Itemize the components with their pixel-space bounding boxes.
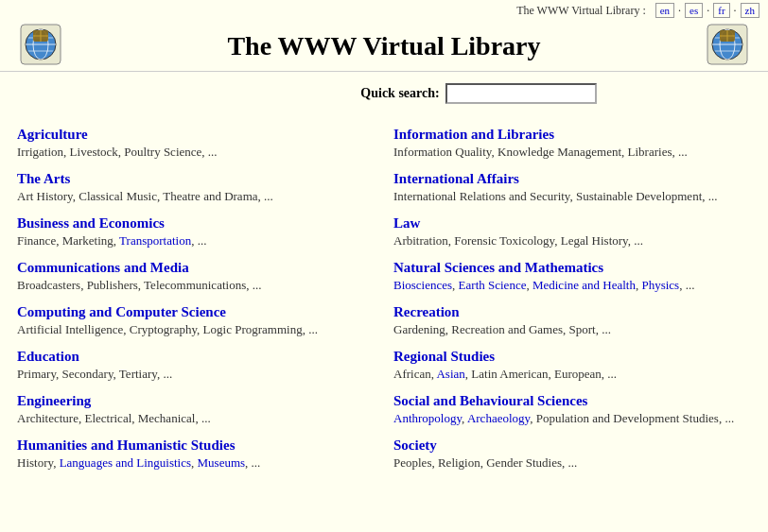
category-business-link[interactable]: Business and Economics: [17, 215, 165, 231]
category-communications-desc: Broadcasters, Publishers, Telecommunicat…: [17, 278, 375, 293]
category-law: Law Arbitration, Forensic Toxicology, Le…: [384, 208, 760, 252]
category-natural-sciences-desc: Biosciences, Earth Science, Medicine and…: [393, 278, 751, 293]
category-computing: Computing and Computer Science Artificia…: [8, 297, 384, 341]
category-regional-desc: African, Asian, Latin American, European…: [393, 367, 751, 382]
category-natural-sciences-link[interactable]: Natural Sciences and Mathematics: [393, 260, 603, 275]
category-society: Society Peoples, Religion, Gender Studie…: [384, 430, 760, 474]
logo-left: [19, 23, 62, 70]
category-computing-desc: Artificial Intelligence, Cryptography, L…: [17, 322, 375, 337]
museums-link[interactable]: Museums: [198, 455, 246, 470]
category-law-link[interactable]: Law: [393, 215, 420, 231]
category-society-link[interactable]: Society: [393, 438, 437, 453]
category-arts: The Arts Art History, Classical Music, T…: [8, 163, 384, 208]
search-input[interactable]: [445, 83, 597, 104]
category-humanities: Humanities and Humanistic Studies Histor…: [8, 430, 384, 474]
category-society-desc: Peoples, Religion, Gender Studies, ...: [393, 455, 751, 471]
category-engineering-link[interactable]: Engineering: [17, 393, 91, 408]
category-engineering-desc: Architecture, Electrical, Mechanical, ..…: [17, 411, 375, 426]
search-bar: Quick search:: [189, 72, 768, 112]
category-arts-link[interactable]: The Arts: [17, 171, 70, 186]
lang-zh[interactable]: zh: [741, 3, 759, 18]
category-education-link[interactable]: Education: [17, 349, 79, 364]
category-humanities-link[interactable]: Humanities and Humanistic Studies: [17, 438, 235, 453]
category-business: Business and Economics Finance, Marketin…: [8, 208, 384, 252]
category-libraries-desc: Information Quality, Knowledge Managemen…: [393, 145, 751, 160]
category-law-desc: Arbitration, Forensic Toxicology, Legal …: [393, 233, 751, 249]
asian-link[interactable]: Asian: [436, 367, 464, 381]
transportation-link[interactable]: Transportation: [119, 233, 191, 248]
category-computing-link[interactable]: Computing and Computer Science: [17, 304, 226, 319]
category-social: Social and Behavioural Sciences Anthropo…: [384, 386, 760, 430]
header: The WWW Virtual Library: [0, 22, 768, 72]
lang-en[interactable]: en: [655, 3, 674, 18]
category-regional-link[interactable]: Regional Studies: [393, 349, 495, 364]
category-business-desc: Finance, Marketing, Transportation, ...: [17, 233, 375, 249]
category-social-link[interactable]: Social and Behavioural Sciences: [393, 393, 587, 408]
page-title: The WWW Virtual Library: [227, 31, 540, 61]
category-communications-link[interactable]: Communications and Media: [17, 260, 189, 275]
category-education-desc: Primary, Secondary, Tertiary, ...: [17, 367, 375, 382]
physics-link[interactable]: Physics: [641, 278, 679, 292]
category-libraries-link[interactable]: Information and Libraries: [393, 127, 554, 142]
category-international-desc: International Relations and Security, Su…: [393, 189, 751, 204]
category-agriculture-desc: Irrigation, Livestock, Poultry Science, …: [17, 145, 375, 160]
category-regional: Regional Studies African, Asian, Latin A…: [384, 341, 760, 386]
right-column: Information and Libraries Information Qu…: [384, 119, 760, 474]
category-recreation: Recreation Gardening, Recreation and Gam…: [384, 297, 760, 341]
category-arts-desc: Art History, Classical Music, Theatre an…: [17, 189, 375, 204]
lang-es[interactable]: es: [685, 3, 703, 18]
left-column: Agriculture Irrigation, Livestock, Poult…: [8, 119, 384, 474]
lang-fr[interactable]: fr: [713, 3, 729, 18]
category-libraries: Information and Libraries Information Qu…: [384, 119, 760, 163]
category-humanities-desc: History, Languages and Linguistics, Muse…: [17, 455, 375, 471]
logo-right: [706, 23, 749, 70]
category-recreation-desc: Gardening, Recreation and Games, Sport, …: [393, 322, 751, 337]
category-agriculture-link[interactable]: Agriculture: [17, 127, 88, 142]
category-agriculture: Agriculture Irrigation, Livestock, Poult…: [8, 119, 384, 163]
category-education: Education Primary, Secondary, Tertiary, …: [8, 341, 384, 386]
category-international-link[interactable]: International Affairs: [393, 171, 519, 186]
categories-grid: Agriculture Irrigation, Livestock, Poult…: [0, 112, 768, 482]
category-communications: Communications and Media Broadcasters, P…: [8, 252, 384, 297]
category-international: International Affairs International Rela…: [384, 163, 760, 208]
category-engineering: Engineering Architecture, Electrical, Me…: [8, 386, 384, 430]
search-label: Quick search:: [360, 86, 439, 101]
medicine-link[interactable]: Medicine and Health: [532, 278, 636, 292]
archaeology-link[interactable]: Archaeology: [467, 411, 530, 425]
top-language-bar: The WWW Virtual Library : en · es · fr ·…: [0, 0, 768, 22]
earth-science-link[interactable]: Earth Science: [459, 278, 527, 292]
category-recreation-link[interactable]: Recreation: [393, 304, 460, 319]
anthropology-link[interactable]: Anthropology: [393, 411, 462, 425]
biosciences-link[interactable]: Biosciences: [393, 278, 452, 292]
languages-link[interactable]: Languages and Linguistics: [60, 455, 191, 470]
category-natural-sciences: Natural Sciences and Mathematics Bioscie…: [384, 252, 760, 297]
topbar-label: The WWW Virtual Library :: [516, 4, 646, 17]
category-social-desc: Anthropology, Archaeology, Population an…: [393, 411, 751, 426]
